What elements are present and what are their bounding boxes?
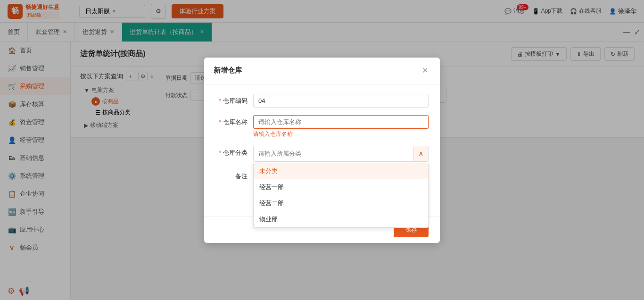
code-label: * 仓库编码: [215, 94, 253, 105]
warehouse-name-input[interactable]: [253, 115, 429, 129]
dropdown-item-uncategorized[interactable]: 未分类: [254, 163, 428, 179]
category-field-row: * 仓库分类 ∧ 未分类 经营一部 经营二部 物业部: [215, 146, 429, 162]
name-field-row: * 仓库名称 请输入仓库名称: [215, 115, 429, 138]
code-field-row: * 仓库编码: [215, 94, 429, 108]
modal-title: 新增仓库: [214, 66, 242, 75]
dropdown-item-ops2[interactable]: 经营二部: [254, 195, 428, 211]
modal-close-button[interactable]: ✕: [419, 65, 430, 76]
warehouse-code-input[interactable]: [253, 94, 429, 108]
category-dropdown: 未分类 经营一部 经营二部 物业部: [253, 163, 429, 228]
category-input[interactable]: [254, 147, 413, 160]
add-warehouse-modal: 新增仓库 ✕ * 仓库编码 * 仓库名称: [204, 58, 440, 243]
name-error-message: 请输入仓库名称: [253, 130, 429, 138]
name-input-wrap: 请输入仓库名称: [253, 115, 429, 138]
modal-overlay[interactable]: 新增仓库 ✕ * 仓库编码 * 仓库名称: [0, 0, 644, 300]
code-input-wrap: [253, 94, 429, 108]
modal-header: 新增仓库 ✕: [204, 58, 440, 84]
modal-body: * 仓库编码 * 仓库名称 请输入仓库名称: [204, 84, 440, 216]
category-label: * 仓库分类: [215, 146, 253, 157]
dropdown-item-ops1[interactable]: 经营一部: [254, 179, 428, 195]
category-select-row: ∧: [253, 146, 429, 162]
dropdown-item-property[interactable]: 物业部: [254, 211, 428, 227]
category-arrow-icon[interactable]: ∧: [413, 146, 428, 161]
name-label: * 仓库名称: [215, 115, 253, 126]
remark-label: 备注: [215, 169, 253, 181]
category-input-wrap: ∧ 未分类 经营一部 经营二部 物业部: [253, 146, 429, 162]
